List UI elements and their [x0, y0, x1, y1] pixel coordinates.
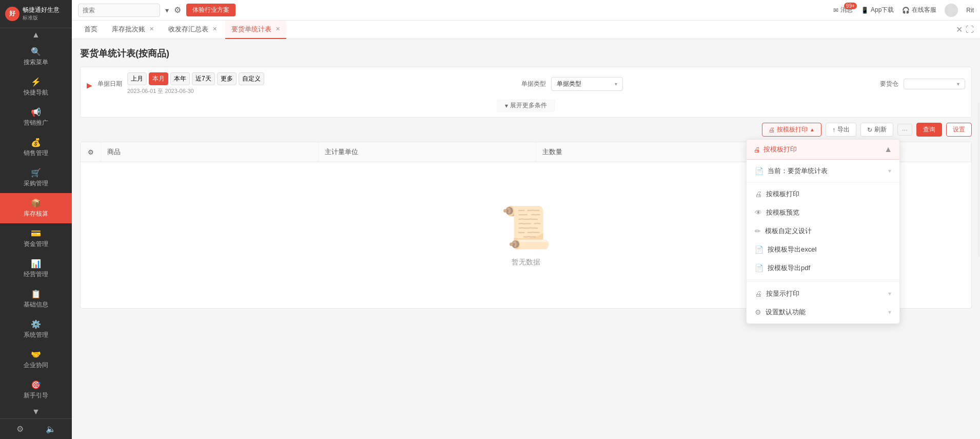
sidebar-item-basic[interactable]: 📋基础信息	[0, 284, 72, 314]
sales-icon: 💰	[31, 138, 41, 147]
dropdown-item-template-design[interactable]: ✏模板自定义设计	[747, 222, 899, 240]
online-service-button[interactable]: 🎧 在线客服	[902, 6, 936, 14]
date-option-上月[interactable]: 上月	[127, 72, 147, 85]
sidebar-item-quick-nav[interactable]: ⚡快捷导航	[0, 72, 72, 102]
message-button[interactable]: ✉ 消息 99+	[833, 6, 853, 14]
query-label: 查询	[923, 125, 935, 134]
current-icon: 📄	[755, 167, 763, 175]
maximize-button[interactable]: ⛶	[966, 25, 974, 34]
message-icon: ✉	[833, 7, 838, 14]
search-input[interactable]	[78, 4, 160, 17]
empty-text: 暂无数据	[512, 258, 540, 267]
close-tab-button[interactable]: ✕	[956, 25, 963, 34]
user-avatar[interactable]	[945, 4, 958, 17]
app-name-block: 畅捷通好生意 标准版	[23, 6, 60, 22]
date-range: 2023-06-01 至 2023-06-30	[127, 87, 194, 95]
sidebar-item-sales[interactable]: 💰销售管理	[0, 132, 72, 163]
sidebar-item-inventory[interactable]: 📦库存核算	[0, 193, 72, 223]
more-actions-button[interactable]: ···	[897, 124, 912, 136]
sidebar-item-purchase[interactable]: 🛒采购管理	[0, 163, 72, 193]
sidebar-item-label: 企业协同	[24, 361, 48, 370]
tab-home[interactable]: 首页	[78, 21, 104, 39]
dropdown-item-template-preview[interactable]: 👁按模板预览	[747, 203, 899, 222]
sidebar-item-collab[interactable]: 🤝企业协同	[0, 345, 72, 375]
app-name: 畅捷通好生意	[23, 6, 60, 14]
app-download-button[interactable]: 📱 App下载	[861, 6, 894, 14]
dropdown-item-template-excel[interactable]: 📄按模板导出excel	[747, 240, 899, 259]
trial-button[interactable]: 体验行业方案	[186, 4, 236, 16]
date-option-更多[interactable]: 更多	[217, 72, 237, 85]
tab-label-receipt-summary: 收发存汇总表	[168, 25, 208, 34]
tab-close-batch-accounts[interactable]: ✕	[149, 26, 154, 32]
expand-conditions-button[interactable]: ▾ 展开更多条件	[497, 99, 555, 112]
operation-icon: 📊	[31, 259, 41, 269]
export-label: 导出	[837, 125, 850, 134]
export-button[interactable]: ↑ 导出	[826, 123, 856, 137]
dropdown-item-template-print[interactable]: 🖨按模板打印	[747, 185, 899, 203]
resize-handle[interactable]	[977, 103, 980, 257]
dropdown-header: 🖨 按模板打印 ▲	[747, 140, 899, 160]
template-print-icon: 🖨	[755, 190, 762, 198]
date-option-近7天[interactable]: 近7天	[192, 72, 215, 85]
dropdown-sub-set-default[interactable]: ⚙设置默认功能▾	[747, 303, 899, 321]
type-value: 单据类型	[557, 80, 581, 88]
speaker-icon[interactable]: 🔈	[46, 424, 56, 434]
sidebar-item-operation[interactable]: 📊经营管理	[0, 254, 72, 284]
scroll-up-button[interactable]: ▲	[0, 28, 72, 42]
settings-button[interactable]: 设置	[946, 123, 972, 137]
sidebar-item-label: 系统管理	[24, 331, 48, 339]
tab-batch-accounts[interactable]: 库存批次账✕	[106, 21, 160, 39]
table-col-2: 主计量单位	[319, 142, 536, 162]
date-label: 单据日期	[97, 80, 122, 88]
current-label: 当前：要货单统计表	[768, 166, 828, 176]
set-default-label: 设置默认功能	[766, 308, 806, 317]
sidebar-item-finance[interactable]: 💳资金管理	[0, 223, 72, 254]
settings-icon[interactable]: ⚙	[88, 148, 94, 156]
tab-receipt-summary[interactable]: 收发存汇总表✕	[162, 21, 223, 39]
empty-icon: 📜	[500, 203, 552, 252]
warehouse-dropdown[interactable]: ▾	[904, 79, 965, 89]
page-title: 要货单统计表(按商品)	[80, 47, 972, 60]
topbar-settings-button[interactable]: ⚙	[174, 5, 181, 15]
sidebar-item-system[interactable]: ⚙️系统管理	[0, 314, 72, 345]
set-default-icon: ⚙	[755, 308, 761, 316]
expand-icon: ▾	[505, 102, 508, 109]
tab-close-receipt-summary[interactable]: ✕	[212, 26, 217, 32]
tab-label-order-summary: 要货单统计表	[231, 25, 271, 34]
settings-label: 设置	[953, 125, 965, 134]
template-preview-label: 按模板预览	[766, 208, 799, 217]
newbie-icon: 🎯	[31, 380, 41, 390]
tab-close-order-summary[interactable]: ✕	[276, 26, 280, 32]
template-pdf-icon: 📄	[755, 264, 763, 272]
sidebar-item-label: 基础信息	[24, 300, 48, 309]
sidebar-item-label: 搜索菜单	[24, 58, 48, 67]
filter-collapse-icon[interactable]: ▶	[87, 81, 92, 89]
dropdown-close-button[interactable]: ▲	[884, 145, 892, 154]
scroll-down-button[interactable]: ▼	[0, 405, 72, 418]
table-col-1: 商品	[101, 142, 319, 162]
date-option-本月[interactable]: 本月	[149, 72, 168, 85]
dropdown-current-item[interactable]: 📄 当前：要货单统计表 ▾	[747, 162, 899, 180]
date-option-自定义[interactable]: 自定义	[239, 72, 264, 85]
sidebar-item-label: 经营管理	[24, 270, 48, 279]
user-name[interactable]: Rit	[966, 7, 974, 14]
sidebar-item-newbie[interactable]: 🎯新手引导	[0, 375, 72, 405]
refresh-icon: ↻	[867, 126, 872, 133]
dropdown-divider	[747, 281, 899, 281]
sidebar-item-marketing[interactable]: 📢营销推广	[0, 102, 72, 132]
tab-order-summary[interactable]: 要货单统计表✕	[225, 21, 286, 39]
query-button[interactable]: 查询	[916, 123, 942, 137]
type-dropdown[interactable]: 单据类型 ▾	[551, 77, 623, 91]
sidebar-item-label: 销售管理	[24, 149, 48, 158]
system-icon: ⚙️	[31, 319, 41, 329]
expand-button[interactable]: ▾	[165, 6, 169, 14]
inventory-icon: 📦	[31, 198, 41, 208]
date-option-本年[interactable]: 本年	[170, 72, 190, 85]
marketing-icon: 📢	[31, 107, 41, 117]
refresh-button[interactable]: ↻ 刷新	[860, 123, 893, 137]
dropdown-sub-display-print[interactable]: 🖨按显示打印▾	[747, 284, 899, 303]
dropdown-item-template-pdf[interactable]: 📄按模板导出pdf	[747, 259, 899, 277]
settings-icon[interactable]: ⚙	[16, 424, 24, 434]
sidebar-item-search[interactable]: 🔍搜索菜单	[0, 42, 72, 72]
print-button[interactable]: 🖨 按模板打印 ▲	[762, 123, 821, 137]
